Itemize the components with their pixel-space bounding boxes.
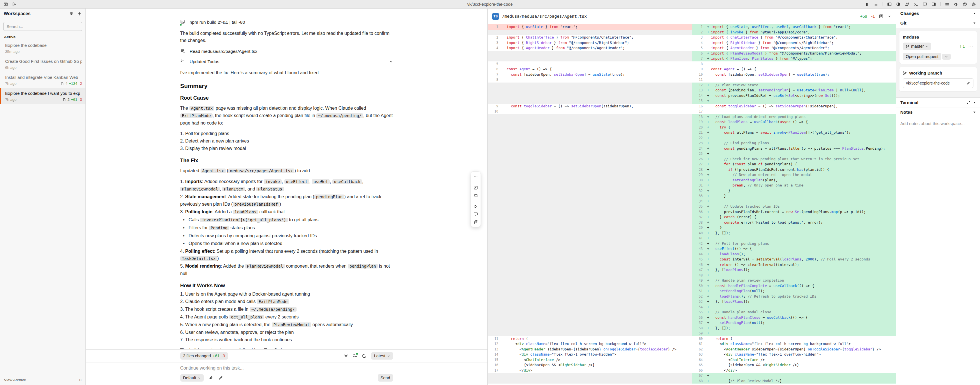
diff-row: 59+ [488,331,896,336]
chat-scroll-area[interactable]: npm run build 2>&1 | tail -80 The build … [86,9,487,349]
diff-row: 16 {sidebarOpen && <RightSidebar />} 65 … [488,363,896,368]
numbered-list: 1. Imports: Added necessary imports for … [180,178,393,277]
diff-row: 4import { AgentHeader } from "@/componen… [488,45,896,51]
tool-call-row[interactable]: Updated Todos [180,59,393,65]
git-compare-icon[interactable] [473,220,478,224]
diff-row: 48+ [488,273,896,278]
list-item: 4. Polling effect: Set up a polling inte… [180,248,393,262]
burst-icon[interactable] [344,353,348,358]
diff-new-cell: 13+ const [pendingPlan, setPendingPlan] … [692,88,896,93]
display-icon[interactable] [473,212,478,216]
version-selector[interactable]: Latest [371,352,393,360]
settings-icon[interactable] [971,2,976,6]
diff-new-cell: 37+ } catch (error) { [692,215,896,220]
diff-mode-icon[interactable] [473,185,478,190]
view-archive-link[interactable]: View Archive [4,378,26,382]
diff-new-cell: 42+ // Poll for pending plans [692,241,896,247]
window-title: vk/3ccf-explore-the-code [0,2,980,6]
diff-old-cell [488,304,692,310]
workspace-item[interactable]: Explore the codebase 35m ago [0,40,86,56]
workspace-item[interactable]: Create Good First Issues on Github So p … [0,56,86,72]
dots-icon[interactable] [473,174,478,179]
inline-code: loadPlans [233,210,258,214]
layers-icon[interactable] [69,11,74,16]
diff-old-cell [488,379,692,384]
notes-section-header[interactable]: Notes [896,107,980,117]
workspace-title: Install and integrate Vibe Kanban Web [5,75,82,80]
sign-out-icon[interactable] [12,2,17,6]
stash-icon[interactable] [3,2,8,6]
numbered-list: 1. User is on the Agent page with a Dock… [180,291,393,343]
plus-icon[interactable] [77,11,82,16]
pull-request-options-button[interactable] [942,54,951,60]
diff-new-cell: 44+ loadPlans(); [692,251,896,257]
workspace-item[interactable]: Install and integrate Vibe Kanban Web 7h… [0,72,86,88]
panel-right-icon[interactable] [931,2,936,6]
open-pull-request-button[interactable]: Open pull request [903,53,941,60]
diff-new-cell: 50+ const handlePlanComplete = useCallba… [692,283,896,289]
play-icon[interactable] [473,204,478,209]
chevron-down-icon [198,376,201,380]
tool-call-row[interactable]: Read medusa/src/pages/Agent.tsx [180,49,393,54]
paperclip-icon[interactable] [209,375,213,380]
changes-section-header[interactable]: Changes [896,9,980,18]
display-icon[interactable] [923,2,927,6]
pause-icon[interactable] [865,2,869,6]
notes-input[interactable]: Add notes about this workspace... [896,117,980,130]
diff-new-cell: 60 return ( [692,336,896,342]
diff-new-cell: 15+ [692,98,896,104]
chevron-down-icon[interactable] [389,60,393,64]
terminal-section-header[interactable]: Terminal [896,98,980,107]
diff-new-cell: 43+ useEffect(() => { [692,246,896,251]
diff-row: 35+ // Update tracked plan IDs [488,204,896,209]
diff-row: 29+ // New plan detected — open the moda… [488,172,896,178]
chevron-down-icon [945,55,948,58]
diff-new-cell: 68+ {/* Plan Review Modal */} [692,379,896,384]
menu-icon[interactable] [945,2,950,6]
diff-row: 3import { RightSidebar } from "@/compone… [488,40,896,46]
diff-row: 13 <AgentHeader sidebarOpen={sidebarOpen… [488,347,896,352]
diff-old-cell [488,151,692,156]
diff-old-cell [488,167,692,172]
diff-old-cell: 14 <div className="flex flex-1 overflow-… [488,352,692,357]
diff-mode-icon[interactable] [879,14,883,19]
diff-additions: +59 [860,14,867,19]
diff-body[interactable]: 1-import { useState } from "react"; 1+im… [488,24,896,385]
diff-row: 41+ [488,235,896,241]
diff-old-cell [488,267,692,273]
panel-left-icon[interactable] [887,2,892,6]
list-item: 4. The Agent page polls get_all_plans ev… [180,313,393,321]
collapse-file-button[interactable] [888,14,891,18]
working-branch-input[interactable]: vk/3ccf-explore-the-code [903,78,974,88]
inline-code: ExitPlanMode [180,113,213,118]
files-changed-chip[interactable]: 2 files changed +61 -3 [180,352,228,360]
terminal-prompt-icon[interactable] [914,2,918,6]
send-button[interactable]: Send [378,374,393,382]
git-branch-icon [906,45,909,48]
copy-icon[interactable] [473,193,478,198]
expand-icon[interactable] [967,100,970,104]
search-input[interactable]: Search... [3,22,82,31]
message-input[interactable]: Continue working on this task... [180,366,393,371]
todos-status[interactable] [353,353,358,358]
help-icon[interactable] [963,2,967,6]
workspace-title: Explore the codebase [5,43,82,48]
more-actions-button[interactable]: ··· [968,44,974,49]
diff-old-cell: 12 <div className="flex flex-col h-scree… [488,341,692,347]
model-selector[interactable]: Default [180,374,204,382]
tool-call-row[interactable]: npm run build 2>&1 | tail -80 [180,19,393,25]
git-section-body: medusa master ↑ 1 ··· Open pull request [896,28,980,98]
git-section-header[interactable]: Git [896,18,980,28]
workspace-item[interactable]: Explore the codebase I want you to exp 7… [0,88,86,104]
theme-icon[interactable] [896,2,900,6]
diff-row: 17 </div> 66 </div> [488,368,896,373]
collapse-icon[interactable] [874,2,878,6]
subsection-heading: How It Works Now [180,283,393,289]
diff-new-cell: 41+ [692,235,896,241]
megaphone-icon[interactable] [954,2,958,6]
bullet-item: •Filters for Pending status plans [180,224,393,232]
git-compare-icon[interactable] [905,2,909,6]
pen-icon[interactable] [219,375,223,380]
branch-selector[interactable]: master [903,43,931,50]
inline-code: Pending [209,226,229,230]
